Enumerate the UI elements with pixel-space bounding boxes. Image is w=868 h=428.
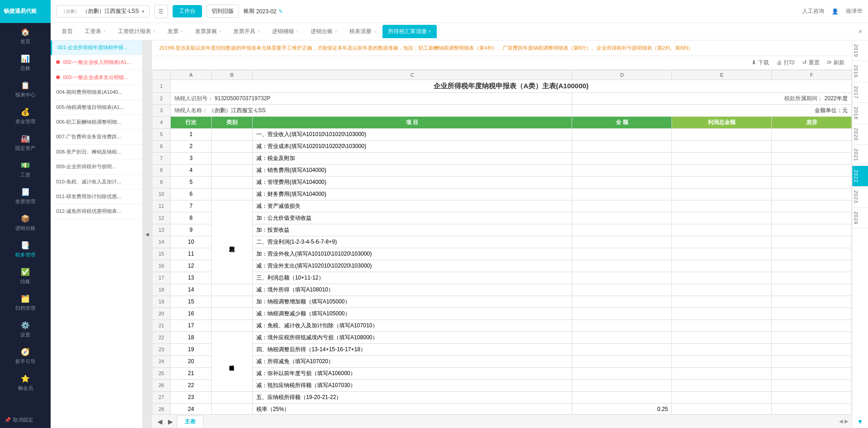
tab-ledger[interactable]: 进销台账 × [305, 25, 343, 38]
amount-21[interactable] [572, 367, 672, 379]
year-2018[interactable]: 2018 [852, 103, 868, 124]
left-panel-item-007[interactable]: 007-广告费和业务宣传费跌... [51, 130, 142, 144]
item-24[interactable]: 税率（25%） [252, 403, 572, 414]
amount-8[interactable] [572, 212, 672, 224]
reset-button[interactable]: ↺ 重置 [802, 59, 820, 67]
left-panel-item-009[interactable]: 009-企业所得税补亏损明... [51, 160, 142, 174]
amount-5[interactable] [572, 176, 672, 188]
year-2024[interactable]: 2024 [852, 208, 868, 228]
profit-24[interactable] [672, 403, 772, 414]
amount-18[interactable] [572, 331, 672, 343]
left-panel-item-003[interactable]: 003-一般企业成本支出明细... [51, 70, 142, 85]
profit-2[interactable] [672, 140, 772, 152]
amount-10[interactable] [572, 236, 672, 248]
amount-3[interactable] [572, 152, 672, 164]
amount-14[interactable] [572, 284, 672, 296]
tab-invoice-close[interactable]: × [180, 29, 183, 34]
item-15[interactable]: 加：纳税调整增加额（填写A105000） [252, 296, 572, 308]
year-2022[interactable]: 2022 [852, 166, 868, 187]
item-1[interactable]: 一、营业收入(填写A101010\101020\103000) [252, 128, 572, 140]
scroll-right-icon[interactable]: ▶ [845, 418, 848, 424]
consult-btn[interactable]: 人工咨询 [802, 7, 824, 15]
diff-11[interactable] [772, 248, 852, 260]
amount-16[interactable] [572, 308, 672, 320]
tab-ledger-close[interactable]: × [335, 29, 337, 34]
switch-button[interactable]: 切到旧版 [207, 5, 239, 18]
item-6[interactable]: 减：财务费用(填写A104000) [252, 188, 572, 200]
item-8[interactable]: 加：公允价值变动收益 [252, 212, 572, 224]
amount-20[interactable] [572, 355, 672, 367]
left-panel-item-012[interactable]: 012-减免所得税优惠明细表... [51, 204, 142, 219]
print-button[interactable]: 🖨 打印 [776, 59, 795, 67]
amount-11[interactable] [572, 248, 672, 260]
tab-home[interactable]: 首页 [56, 25, 78, 38]
sidebar-item-guide[interactable]: 🧭 新手引导 [0, 343, 51, 370]
year-2016[interactable]: 2016 [852, 61, 868, 82]
left-panel-item-011[interactable]: 011-研发费用加计扣除优惠... [51, 189, 142, 204]
tab-invoice-open[interactable]: 发票开具 × [228, 25, 266, 38]
item-10[interactable]: 二、营业利润(1-2-3-4-5-6-7-8+9) [252, 236, 572, 248]
amount-2[interactable] [572, 140, 672, 152]
year-2019[interactable]: 2019 [852, 40, 868, 61]
refresh-button[interactable]: ⟳ 刷新 [827, 59, 845, 67]
diff-13[interactable] [772, 272, 852, 284]
tab-check[interactable]: 进销稽核 × [266, 25, 304, 38]
amount-6[interactable] [572, 188, 672, 200]
diff-19[interactable] [772, 343, 852, 355]
diff-17[interactable] [772, 320, 852, 331]
amount-13[interactable] [572, 272, 672, 284]
tab-tax-list[interactable]: 税表清册 × [344, 25, 382, 38]
diff-15[interactable] [772, 296, 852, 308]
left-panel-item-008[interactable]: 008-资产折旧、摊销及纳税... [51, 145, 142, 160]
sidebar-item-archive[interactable]: 🗂️ 归档管理 [0, 290, 51, 316]
sidebar-item-salary[interactable]: 💵 工资 [0, 156, 51, 183]
sheet-nav-right[interactable]: ▶ [166, 417, 175, 426]
item-20[interactable]: 减：所得减免（填写A107020） [252, 355, 572, 367]
sidebar-item-settings[interactable]: ⚙️ 设置 [0, 316, 51, 343]
sheet-nav-left[interactable]: ◀ [156, 417, 164, 426]
profit-20[interactable] [672, 355, 772, 367]
profit-18[interactable] [672, 331, 772, 343]
item-22[interactable]: 减：抵扣应纳税所得额（填写A107030） [252, 379, 572, 391]
diff-20[interactable] [772, 355, 852, 367]
diff-2[interactable] [772, 140, 852, 152]
diff-6[interactable] [772, 188, 852, 200]
item-16[interactable]: 减：纳税调整减少额（填写A105000） [252, 308, 572, 320]
close-all-btn[interactable]: × [858, 28, 862, 36]
profit-14[interactable] [672, 284, 772, 296]
item-11[interactable]: 加：营业外收入(填写A101010\101020\103000) [252, 248, 572, 260]
workbench-button[interactable]: 工作台 [173, 5, 202, 17]
diff-21[interactable] [772, 367, 852, 379]
profit-23[interactable] [672, 391, 772, 403]
tab-salary[interactable]: 工资表 × [79, 25, 111, 38]
diff-23[interactable] [772, 391, 852, 403]
unpin-button[interactable]: 📌 取消固定 [0, 412, 51, 428]
tab-invoice-calc[interactable]: 发票算账 × [190, 25, 227, 38]
diff-14[interactable] [772, 284, 852, 296]
item-13[interactable]: 三、利润总额（10+11-12） [252, 272, 572, 284]
diff-4[interactable] [772, 164, 852, 176]
sidebar-item-sales[interactable]: 📦 进销台账 [0, 210, 51, 236]
year-2017[interactable]: 2017 [852, 82, 868, 103]
tab-salary-stats[interactable]: 工资统计报表 × [112, 25, 161, 38]
tab-check-close[interactable]: × [296, 29, 299, 34]
profit-22[interactable] [672, 379, 772, 391]
tab-tax-list-close[interactable]: × [373, 29, 376, 34]
profit-17[interactable] [672, 320, 772, 331]
year-2021[interactable]: 2021 [852, 145, 868, 165]
profit-5[interactable] [672, 176, 772, 188]
sidebar-item-invoice[interactable]: 🧾 发票管理 [0, 183, 51, 210]
item-19[interactable]: 四、纳税调整后所得（13-14+15-16-17+18） [252, 343, 572, 355]
item-9[interactable]: 加：投资收益 [252, 224, 572, 236]
sidebar-item-member[interactable]: ⭐ 畅会员 [0, 370, 51, 396]
item-5[interactable]: 减：管理费用(填写A104000) [252, 176, 572, 188]
company-selector[interactable]: （勿删） （勿删）江西服宝-LSS ▾ [56, 5, 150, 17]
item-23[interactable]: 五、应纳税所得额（19-20-21-22） [252, 391, 572, 403]
tab-income-tax-close[interactable]: × [428, 29, 431, 34]
amount-12[interactable] [572, 260, 672, 272]
profit-19[interactable] [672, 343, 772, 355]
scroll-left-icon[interactable]: ◀ [839, 418, 843, 424]
diff-3[interactable] [772, 152, 852, 164]
amount-1[interactable] [572, 128, 672, 140]
item-18[interactable]: 减：境外应税所得抵减境内亏损（填写A108000） [252, 331, 572, 343]
